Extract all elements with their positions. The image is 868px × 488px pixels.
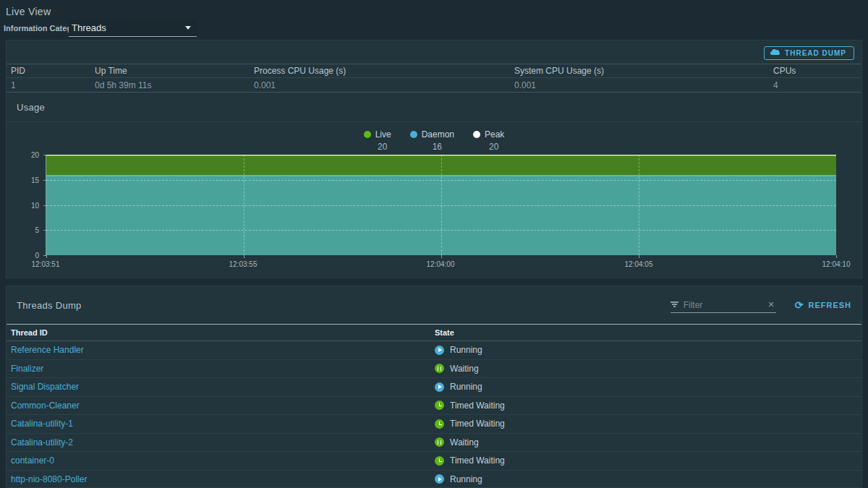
threads-dump-title: Threads Dump — [17, 300, 671, 311]
cloud-download-icon — [770, 51, 780, 55]
usage-section-header: Usage — [7, 93, 861, 122]
col-state: State — [435, 328, 861, 337]
table-row: http-nio-8080-Poller Running — [7, 471, 861, 488]
running-state-icon — [435, 382, 444, 392]
clear-filter-icon[interactable]: ✕ — [766, 300, 775, 309]
process-panel: THREAD DUMP PID Up Time Process CPU Usag… — [6, 40, 862, 278]
x-tick-label: 12:04:05 — [625, 260, 653, 268]
legend-value-daemon: 16 — [422, 142, 442, 152]
live-dot-icon — [364, 131, 371, 138]
process-table-header: PID Up Time Process CPU Usage (s) System… — [7, 64, 861, 78]
legend-item-daemon[interactable]: Daemon 16 — [410, 129, 454, 152]
running-state-icon — [435, 346, 444, 355]
refresh-button[interactable]: ⟳ REFRESH — [795, 300, 851, 310]
col-uptime: Up Time — [95, 66, 254, 76]
table-row: Common-Cleaner Timed Waiting — [7, 397, 861, 416]
legend-value-peak: 20 — [479, 142, 498, 152]
thread-id-link[interactable]: Finalizer — [11, 364, 43, 374]
thread-id-link[interactable]: http-nio-8080-Poller — [11, 474, 87, 484]
timed-waiting-state-icon — [435, 401, 444, 410]
thread-dump-button-label: THREAD DUMP — [785, 49, 846, 57]
x-tick-label: 12:03:55 — [229, 260, 258, 268]
legend-item-peak[interactable]: Peak 20 — [473, 129, 504, 152]
state-label: Waiting — [450, 437, 479, 448]
thread-id-link[interactable]: Reference Handler — [11, 345, 84, 355]
y-tick-label: 20 — [4, 151, 39, 159]
gridline-v — [441, 155, 442, 255]
col-process-cpu: Process CPU Usage (s) — [254, 66, 514, 76]
x-tick-label: 12:04:00 — [427, 260, 455, 268]
state-label: Running — [450, 474, 482, 484]
cell-uptime: 0d 5h 39m 11s — [95, 80, 254, 90]
y-tick-label: 0 — [4, 252, 39, 260]
thread-id-link[interactable]: Common-Cleaner — [11, 401, 80, 411]
y-tick-label: 10 — [4, 202, 39, 210]
refresh-button-label: REFRESH — [808, 301, 851, 309]
process-table: PID Up Time Process CPU Usage (s) System… — [7, 64, 861, 93]
filter-box: ✕ — [671, 297, 776, 313]
threads-table-header: Thread ID State — [7, 324, 861, 341]
gridline-v — [244, 155, 244, 255]
state-label: Timed Waiting — [450, 401, 505, 411]
waiting-state-icon — [435, 364, 444, 373]
daemon-dot-icon — [410, 131, 417, 138]
state-label: Running — [450, 345, 482, 355]
y-tick-label: 5 — [4, 226, 39, 234]
state-label: Timed Waiting — [450, 419, 505, 429]
table-row: Catalina-utility-2 Waiting — [7, 434, 861, 453]
waiting-state-icon — [435, 437, 444, 447]
chart-legend: Live 20 Daemon 16 Peak 20 — [7, 129, 861, 152]
col-cpus: CPUs — [773, 66, 861, 76]
cell-process-cpu: 0.001 — [254, 80, 514, 90]
legend-label-peak: Peak — [485, 129, 504, 140]
chart-plot-area — [46, 155, 836, 255]
process-toolbar: THREAD DUMP — [7, 40, 861, 64]
refresh-icon: ⟳ — [795, 300, 804, 310]
information-category-select[interactable]: Threads — [69, 20, 197, 37]
col-system-cpu: System CPU Usage (s) — [514, 66, 773, 76]
state-label: Running — [450, 382, 482, 392]
gridline-v — [639, 155, 639, 255]
timed-waiting-state-icon — [435, 419, 444, 429]
legend-value-live: 20 — [367, 142, 387, 152]
legend-label-live: Live — [375, 129, 391, 140]
x-tick-label: 12:03:51 — [32, 260, 60, 268]
col-thread-id: Thread ID — [7, 328, 435, 337]
state-label: Timed Waiting — [450, 455, 505, 466]
chevron-down-icon — [185, 26, 191, 30]
table-row: Reference Handler Running — [7, 341, 861, 360]
cell-cpus: 4 — [773, 80, 861, 90]
table-row: Catalina-utility-1 Timed Waiting — [7, 415, 861, 434]
usage-chart: 20 15 10 5 0 12:03:51 12:03:55 12:04:00 … — [7, 155, 863, 278]
state-label: Waiting — [450, 364, 479, 374]
filter-input[interactable] — [684, 300, 767, 310]
cell-system-cpu: 0.001 — [514, 80, 773, 90]
x-tick-label: 12:04:10 — [822, 260, 851, 268]
legend-item-live[interactable]: Live 20 — [364, 129, 391, 152]
threads-table-body: Reference Handler Running Finalizer Wait… — [7, 341, 861, 488]
peak-dot-icon — [473, 131, 480, 138]
cell-pid: 1 — [7, 80, 95, 90]
threads-dump-panel: Threads Dump ✕ ⟳ REFRESH Thread ID State… — [6, 286, 862, 488]
information-category-value: Threads — [72, 22, 185, 33]
timed-waiting-state-icon — [435, 456, 444, 466]
process-table-row: 1 0d 5h 39m 11s 0.001 0.001 4 — [7, 78, 861, 93]
table-row: Signal Dispatcher Running — [7, 378, 861, 397]
thread-id-link[interactable]: Catalina-utility-2 — [11, 437, 73, 448]
table-row: Finalizer Waiting — [7, 360, 861, 379]
thread-id-link[interactable]: Signal Dispatcher — [11, 382, 79, 392]
thread-id-link[interactable]: container-0 — [11, 455, 54, 466]
col-pid: PID — [7, 66, 95, 76]
threads-dump-header: Threads Dump ✕ ⟳ REFRESH — [7, 286, 861, 324]
usage-title: Usage — [17, 102, 45, 113]
table-row: container-0 Timed Waiting — [7, 452, 861, 471]
legend-label-daemon: Daemon — [422, 129, 454, 140]
running-state-icon — [435, 474, 444, 484]
topbar: Live View Information Category Threads — [0, 0, 868, 40]
filter-icon — [671, 301, 678, 308]
thread-id-link[interactable]: Catalina-utility-1 — [11, 419, 73, 429]
y-tick-label: 15 — [4, 176, 39, 184]
page-title: Live View — [6, 6, 51, 17]
thread-dump-button[interactable]: THREAD DUMP — [764, 46, 854, 60]
